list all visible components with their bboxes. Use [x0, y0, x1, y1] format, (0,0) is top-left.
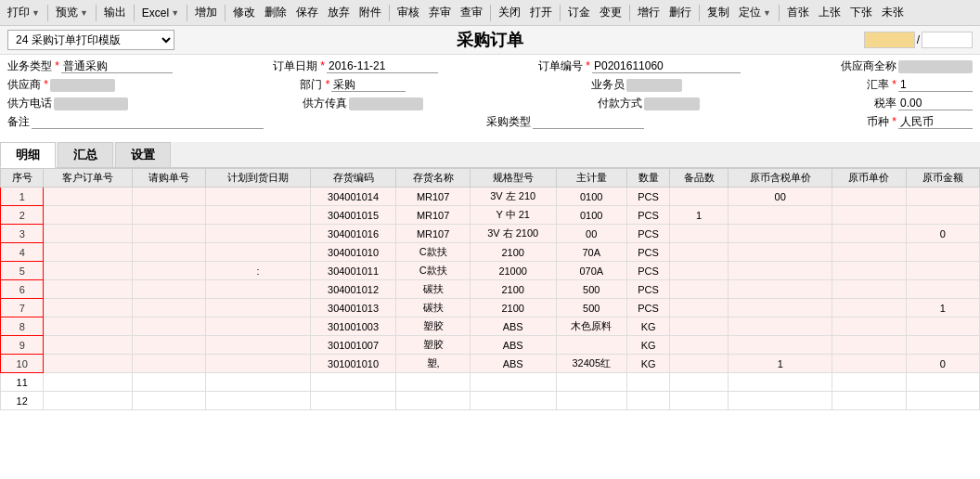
toolbar-item-首张[interactable]: 首张: [783, 3, 813, 22]
order-no-input[interactable]: [592, 59, 741, 73]
table-cell: [670, 373, 729, 392]
table-row[interactable]: 10301001010塑,ABS32405红KG10: [1, 355, 980, 373]
table-row[interactable]: 3304001016MR1073V 右 210000PCS0: [1, 225, 980, 243]
toolbar-item-未张[interactable]: 未张: [878, 3, 908, 22]
table-row[interactable]: 8301001003塑胶ABS木色原料KG: [1, 317, 980, 336]
toolbar-item-订金[interactable]: 订金: [564, 3, 594, 22]
table-cell: 7: [1, 299, 44, 317]
print-template-select[interactable]: 24 采购订单打印模版: [7, 30, 174, 50]
tax-rate-input[interactable]: [898, 97, 973, 110]
table-cell: 6: [1, 280, 44, 299]
toolbar-item-删行[interactable]: 删行: [665, 3, 695, 22]
tab-明细[interactable]: 明细: [0, 142, 56, 168]
toolbar-item-删除[interactable]: 删除: [261, 3, 290, 22]
table-cell: [44, 355, 133, 373]
table-cell: [133, 336, 206, 355]
table-cell: [670, 317, 729, 336]
purchase-type-input[interactable]: [533, 115, 644, 129]
remarks-field: 备注: [7, 114, 264, 130]
exchange-rate-input[interactable]: [898, 78, 973, 92]
remarks-input[interactable]: [32, 115, 264, 129]
table-cell: [44, 392, 133, 410]
toolbar-item-复制[interactable]: 复制: [703, 3, 733, 22]
toolbar-item-保存[interactable]: 保存: [292, 3, 322, 22]
toolbar-separator: [699, 5, 700, 21]
toolbar-item-附件[interactable]: 附件: [355, 3, 385, 22]
col-header: 序号: [1, 169, 44, 188]
table-cell: [832, 392, 906, 410]
toolbar-item-修改[interactable]: 修改: [229, 3, 259, 22]
table-cell: [206, 299, 310, 317]
toolbar-item-放弃[interactable]: 放弃: [324, 3, 354, 22]
toolbar-item-变更[interactable]: 变更: [596, 3, 625, 22]
table-cell: 5: [1, 262, 44, 280]
phone-label: 供方电话: [7, 96, 52, 111]
toolbar-item-定位[interactable]: 定位▼: [735, 3, 775, 22]
detail-table-container[interactable]: 序号客户订单号请购单号计划到货日期存货编码存货名称规格型号主计量数量备品数原币含…: [0, 168, 980, 437]
toolbar-item-上张[interactable]: 上张: [815, 3, 845, 22]
table-cell: 0100: [556, 206, 626, 225]
toolbar-item-打开[interactable]: 打开: [526, 3, 556, 22]
toolbar-item-弃审[interactable]: 弃审: [425, 3, 455, 22]
table-row[interactable]: 1304001014MR1073V 左 2100100PCS00: [1, 188, 980, 206]
order-date-input[interactable]: [327, 59, 438, 73]
toolbar-item-增加[interactable]: 增加: [191, 3, 221, 22]
toolbar-item-Excel[interactable]: Excel▼: [138, 5, 183, 21]
table-row[interactable]: 2304001015MR107Y 中 210100PCS1: [1, 206, 980, 225]
tab-汇总[interactable]: 汇总: [58, 142, 113, 167]
supplier-field: 供应商 *: [7, 77, 115, 93]
supplier-full-field: 供应商全称: [841, 58, 973, 74]
table-row[interactable]: 12: [1, 392, 980, 410]
table-cell: 304001014: [310, 188, 396, 206]
toolbar-item-下张[interactable]: 下张: [846, 3, 876, 22]
table-cell: [832, 336, 906, 355]
table-cell: 301001007: [310, 336, 396, 355]
payment-value: [644, 97, 700, 110]
toolbar-item-打印[interactable]: 打印▼: [4, 3, 44, 22]
table-cell: [44, 206, 133, 225]
phone-value: [54, 97, 128, 110]
table-row[interactable]: 9301001007塑胶ABSKG: [1, 336, 980, 355]
page-total-input[interactable]: [922, 32, 973, 48]
fax-field: 供方传真: [303, 96, 423, 111]
toolbar-item-关闭[interactable]: 关闭: [495, 3, 524, 22]
toolbar-item-增行[interactable]: 增行: [634, 3, 664, 22]
form-row-2: 供应商 * 部门 * 业务员 汇率 *: [7, 77, 973, 93]
table-cell: MR107: [396, 206, 470, 225]
order-no-label: 订单编号 *: [538, 58, 590, 74]
toolbar-item-预览[interactable]: 预览▼: [52, 3, 92, 22]
table-row[interactable]: 4304001010C款扶210070APCS: [1, 243, 980, 262]
table-cell: [133, 206, 206, 225]
table-cell: [44, 317, 133, 336]
table-cell: [396, 392, 470, 410]
table-cell: [670, 392, 729, 410]
doc-title: 采购订单: [457, 29, 523, 51]
table-cell: 304001015: [310, 206, 396, 225]
currency-field: 币种 *: [867, 114, 973, 130]
table-cell: PCS: [626, 262, 669, 280]
toolbar-item-查审[interactable]: 查审: [457, 3, 486, 22]
salesperson-label: 业务员: [591, 77, 625, 93]
table-row[interactable]: 11: [1, 373, 980, 392]
toolbar-item-审核[interactable]: 审核: [393, 3, 423, 22]
table-cell: [729, 299, 832, 317]
toolbar: 打印▼预览▼输出Excel▼增加修改删除保存放弃附件审核弃审查审关闭打开订金变更…: [0, 0, 980, 26]
table-row[interactable]: 6304001012碳扶2100500PCS: [1, 280, 980, 299]
toolbar-separator: [779, 5, 780, 21]
table-cell: [626, 392, 669, 410]
table-row[interactable]: 7304001013碳扶2100500PCS1: [1, 299, 980, 317]
toolbar-separator: [225, 5, 226, 21]
table-row[interactable]: 5:304001011C款扶21000070APCS: [1, 262, 980, 280]
table-cell: 1: [1, 188, 44, 206]
col-header: 规格型号: [470, 169, 556, 188]
toolbar-item-输出[interactable]: 输出: [100, 3, 130, 22]
exchange-rate-label: 汇率 *: [867, 77, 896, 93]
dept-input[interactable]: [331, 78, 406, 92]
table-cell: 00: [729, 188, 832, 206]
table-cell: [670, 336, 729, 355]
tab-设置[interactable]: 设置: [115, 142, 171, 167]
currency-input[interactable]: [898, 115, 973, 129]
business-type-input[interactable]: [61, 59, 173, 73]
main-area: 24 采购订单打印模版 采购订单 / 业务类型 * 订单日期 * 订单编号: [0, 26, 980, 479]
page-current-input[interactable]: [864, 32, 915, 48]
